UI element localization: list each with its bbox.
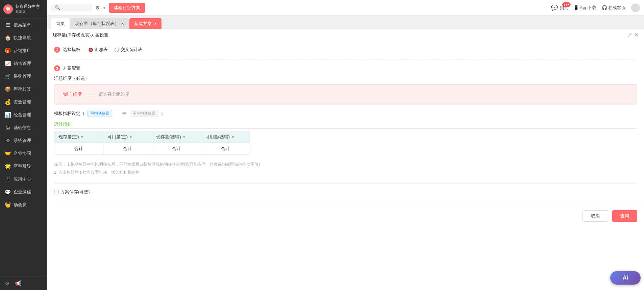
caret-icon: ▼ — [231, 135, 234, 139]
ai-fab-label: Ai — [623, 275, 628, 281]
caret-icon: ▼ — [182, 135, 186, 139]
radio-cross-input[interactable] — [115, 48, 119, 52]
step1-label: 选择模板 — [63, 47, 80, 53]
topbar: 🔍 ⚙ ▼ 体验行业方案 💬 99+ 消息 📱 App下载 🎧 在线客服 — [47, 0, 644, 16]
expand-icon[interactable]: ⤢ — [627, 32, 631, 38]
stats-table: 现存量(主) ▼ 可用量(主) ▼ 现存量(基辅) ▼ — [54, 131, 250, 155]
sidebar-item-operations[interactable]: 📊 经营管理 — [0, 108, 47, 121]
col-header-available-base[interactable]: 可用量(基辅) ▼ — [201, 131, 250, 143]
sidebar-item-member[interactable]: 👑 畅会员 — [0, 198, 47, 211]
tip-1: 提示： 1.拖动标题栏可以调整布局，不可跨维度或指标区域拖动任何目字段(只能在同… — [54, 160, 637, 168]
stats-table-body: 合计 合计 合计 合计 — [54, 143, 250, 154]
trial-industry-button[interactable]: 体验行业方案 — [109, 3, 145, 13]
indicator-settings: 模板指标设定（ 可拖动位置 不可拖动位置 ） — [54, 110, 637, 117]
tab-close-new-schema[interactable]: ✕ — [154, 22, 157, 26]
step1-block: 1 选择模板 汇总表 交叉统计表 — [54, 47, 637, 53]
app-name: 畅康通好生意 — [16, 4, 40, 9]
col-header-available-main[interactable]: 可用量(主) ▼ — [103, 131, 152, 143]
sidebar-item-purchase[interactable]: 🛒 采购管理 — [0, 70, 47, 83]
page-body: 1 选择模板 汇总表 交叉统计表 — [47, 41, 644, 206]
handshake-icon: 🤝 — [5, 150, 11, 156]
col-header-main-qty[interactable]: 现存量(主) ▼ — [54, 131, 103, 143]
home-icon: 🏠 — [5, 35, 11, 41]
sidebar-item-quick-nav[interactable]: 🏠 快捷导航 — [0, 31, 47, 44]
save-option[interactable]: 方案保存(可选) — [54, 189, 637, 195]
sidebar-item-app-center[interactable]: 📱 应用中心 — [0, 173, 47, 186]
radio-cross[interactable]: 交叉统计表 — [115, 47, 143, 53]
sidebar-item-search-menu[interactable]: ☰ 搜索菜单 — [0, 19, 47, 31]
cell-available-base: 合计 — [201, 143, 250, 154]
indicator-mid-text — [115, 111, 119, 116]
cancel-button[interactable]: 取消 — [583, 210, 608, 222]
download-icon: 📱 — [573, 5, 579, 10]
panel-header-actions: ⤢ ✕ — [627, 32, 639, 38]
query-button[interactable]: 查询 — [612, 210, 637, 222]
sidebar-item-label: 新手引导 — [14, 163, 31, 169]
online-service-link[interactable]: 🎧 在线客服 — [602, 5, 626, 11]
cell-available-main: 合计 — [103, 143, 152, 154]
speaker-icon[interactable]: 📢 — [15, 280, 22, 287]
sidebar-item-system[interactable]: ⚙ 系统管理 — [0, 134, 47, 147]
tab-new-schema[interactable]: 新建方案 ✕ — [129, 18, 162, 29]
radio-summary-input[interactable] — [89, 48, 93, 52]
sidebar: 畅 畅康通好生意 标准版 ☰ 搜索菜单 🏠 快捷导航 🎁 营销推广 📈 销售管理… — [0, 0, 47, 290]
sidebar-item-wechat[interactable]: 💬 企业微信 — [0, 186, 47, 198]
step2-label: 方案配置 — [63, 65, 80, 71]
ai-fab-button[interactable]: Ai — [610, 271, 641, 285]
summary-dimension-label: 汇总维度（必选） — [54, 75, 637, 81]
cell-main-qty: 合计 — [54, 143, 103, 154]
sidebar-item-label: 营销推广 — [14, 48, 31, 54]
sidebar-item-sales[interactable]: 📈 销售管理 — [0, 57, 47, 70]
sidebar-item-finance[interactable]: 💰 资金管理 — [0, 96, 47, 108]
money-icon: 💰 — [5, 99, 11, 105]
tab-home[interactable]: 首页 — [51, 18, 70, 29]
avatar[interactable] — [631, 3, 640, 12]
dimension-box: *纵向维度 —— 请选择分组维度 — [54, 84, 637, 104]
svg-rect-1 — [122, 113, 126, 114]
cart-icon: 🛒 — [5, 73, 11, 79]
col-header-base-qty[interactable]: 现存量(基辅) ▼ — [152, 131, 201, 143]
tab-close-inventory[interactable]: ✕ — [121, 22, 124, 26]
sidebar-item-label: 资金管理 — [14, 99, 31, 105]
sidebar-item-cooperation[interactable]: 🤝 企业协同 — [0, 147, 47, 160]
search-input[interactable] — [62, 5, 89, 10]
message-badge: 99+ — [562, 2, 571, 7]
schema-config: 汇总维度（必选） *纵向维度 —— 请选择分组维度 模板指标设定（ 可拖动位置 — [54, 75, 637, 176]
topbar-right: 💬 99+ 消息 📱 App下载 🎧 在线客服 — [551, 3, 640, 12]
sidebar-item-inventory[interactable]: 📦 库存核算 — [0, 83, 47, 96]
sidebar-item-newbie[interactable]: 🌟 新手引导 — [0, 160, 47, 173]
sidebar-item-basic-info[interactable]: 🗂 基础信息 — [0, 121, 47, 134]
settings-icon[interactable]: ⚙ — [5, 280, 9, 287]
phone-icon: 📱 — [5, 176, 11, 182]
radio-summary[interactable]: 汇总表 — [89, 47, 108, 53]
caret-icon: ▼ — [80, 135, 84, 139]
dim-separator: —— — [86, 92, 95, 97]
crown-icon: 👑 — [5, 202, 11, 208]
dim-required: *纵向维度 — [63, 91, 82, 97]
search-box[interactable]: 🔍 — [51, 4, 93, 11]
template-radio-group: 汇总表 交叉统计表 — [89, 47, 143, 53]
save-checkbox[interactable] — [54, 190, 58, 194]
sidebar-item-marketing[interactable]: 🎁 营销推广 — [0, 44, 47, 57]
step2-header: 2 方案配置 — [54, 65, 637, 71]
sidebar-item-label: 企业协同 — [14, 150, 31, 156]
tab-inventory-status[interactable]: 现存量（库存状况表） ✕ — [70, 18, 129, 29]
bar-chart-icon: 📊 — [5, 112, 11, 118]
indicator-settings-label: 模板指标设定（ 可拖动位置 不可拖动位置 ） — [54, 110, 637, 117]
main-area: 🔍 ⚙ ▼ 体验行业方案 💬 99+ 消息 📱 App下载 🎧 在线客服 — [47, 0, 644, 290]
headset-icon: 🎧 — [602, 5, 607, 10]
sidebar-item-label: 应用中心 — [14, 176, 31, 182]
topbar-dropdown-icon[interactable]: ▼ — [102, 5, 106, 10]
wechat-icon: 💬 — [5, 189, 11, 195]
tips-section: 提示： 1.拖动标题栏可以调整布局，不可跨维度或指标区域拖动任何目字段(只能在同… — [54, 160, 637, 176]
message-icon-container[interactable]: 💬 99+ 消息 — [551, 4, 568, 11]
step2-block: 2 方案配置 汇总维度（必选） *纵向维度 —— 请选择分组维度 — [54, 65, 637, 176]
close-icon[interactable]: ✕ — [634, 32, 639, 38]
sidebar-item-label: 销售管理 — [14, 61, 31, 67]
content-area: 现存量(库存状况表)方案设置 ⤢ ✕ 1 选择模板 — [47, 29, 644, 290]
caret-icon: ▼ — [129, 135, 132, 139]
dim-placeholder[interactable]: 请选择分组维度 — [99, 91, 129, 97]
app-download-link[interactable]: 📱 App下载 — [573, 5, 596, 11]
chat-icon: 💬 — [551, 5, 558, 10]
topbar-gear-icon[interactable]: ⚙ — [95, 5, 100, 11]
